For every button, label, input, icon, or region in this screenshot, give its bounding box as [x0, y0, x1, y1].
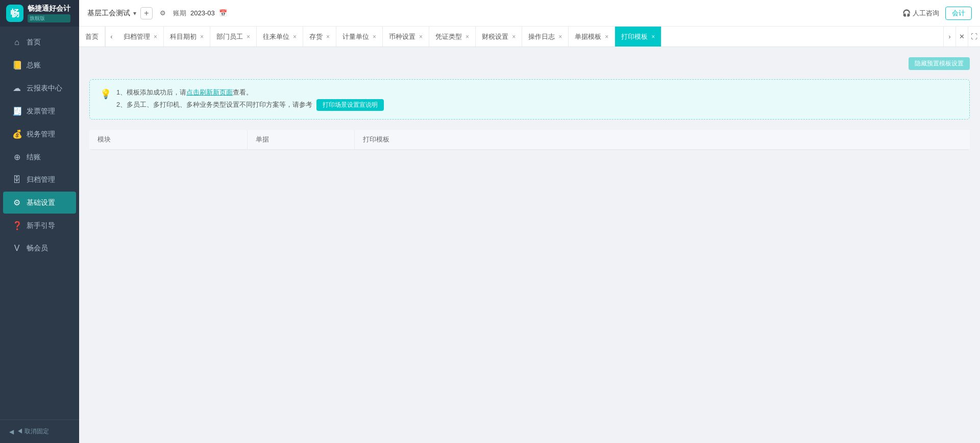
calendar-icon[interactable]: 📅: [219, 9, 227, 17]
member-icon: V: [12, 244, 21, 253]
th-module: 模块: [89, 130, 248, 149]
data-table: 模块 单据 打印模板: [89, 130, 970, 150]
tab-close-print-template[interactable]: ×: [651, 34, 655, 40]
tab-nav-next[interactable]: ›: [943, 27, 955, 47]
sidebar-item-member[interactable]: V畅会员: [3, 238, 76, 259]
sidebar-item-basic-settings[interactable]: ⚙基础设置: [3, 192, 76, 214]
tab-archive-mgmt[interactable]: 归档管理×: [117, 27, 164, 47]
customer-service-label: 人工咨询: [913, 9, 939, 18]
sidebar-item-home[interactable]: ⌂首页: [3, 32, 76, 53]
tab-voucher-type[interactable]: 凭证类型×: [429, 27, 476, 47]
tab-label-single-template: 单据模板: [575, 32, 601, 41]
add-company-btn[interactable]: +: [140, 7, 153, 19]
brand-sub: 旗舰版: [28, 14, 70, 22]
tab-close-voucher-type[interactable]: ×: [465, 34, 469, 40]
tab-close-departments[interactable]: ×: [247, 34, 250, 40]
period-label: 账期: [173, 9, 186, 18]
notice-box: 💡 1、模板添加成功后，请点击刷新新页面查看。 2、多员工、多打印机、多种业务类…: [89, 79, 970, 120]
member-label: 畅会员: [27, 244, 48, 253]
checkout-label: 结账: [27, 153, 41, 162]
invoice-label: 发票管理: [27, 107, 55, 116]
th-template: 打印模板: [355, 130, 970, 149]
sidebar: 畅 畅捷通好会计 旗舰版 ⌂首页📒总账☁云报表中心🧾发票管理💰税务管理⊕结账🗄归…: [0, 0, 79, 443]
sidebar-item-checkout[interactable]: ⊕结账: [3, 146, 76, 168]
basic-settings-label: 基础设置: [27, 198, 55, 207]
tab-close-counterparty[interactable]: ×: [293, 34, 297, 40]
top-header: 基层工会测试 ▾ + ⚙ 账期 2023-03 📅 🎧 人工咨询 会计: [79, 0, 980, 27]
ledger-icon: 📒: [12, 60, 21, 70]
customer-service-btn[interactable]: 🎧 人工咨询: [902, 9, 939, 18]
tax-icon: 💰: [12, 129, 21, 139]
logo-text: 畅捷通好会计 旗舰版: [28, 4, 70, 22]
tab-tax-settings[interactable]: 财税设置×: [476, 27, 522, 47]
tab-close-inventory[interactable]: ×: [326, 34, 330, 40]
tab-close-subjects[interactable]: ×: [200, 34, 204, 40]
tab-operation-log[interactable]: 操作日志×: [522, 27, 569, 47]
company-selector[interactable]: 基层工会测试 ▾: [87, 9, 136, 18]
invoice-icon: 🧾: [12, 106, 21, 116]
tab-close-unit[interactable]: ×: [373, 34, 376, 40]
header-right: 🎧 人工咨询 会计: [902, 7, 972, 20]
tab-label-unit: 计量单位: [342, 32, 369, 41]
sidebar-footer[interactable]: ◀ ◀ 取消固定: [0, 419, 79, 443]
tab-close-all-btn[interactable]: ✕: [955, 27, 968, 47]
tab-close-archive-mgmt[interactable]: ×: [154, 34, 157, 40]
tab-close-single-template[interactable]: ×: [605, 34, 608, 40]
sidebar-item-archive[interactable]: 🗄归档管理: [3, 169, 76, 191]
tab-nav-prev[interactable]: ‹: [105, 27, 117, 47]
tab-subjects[interactable]: 科目期初×: [164, 27, 210, 47]
guide-label: 新手引导: [27, 221, 55, 230]
cloud-report-icon: ☁: [12, 83, 21, 93]
notice-line-1: 1、模板添加成功后，请点击刷新新页面查看。: [116, 88, 384, 97]
notice-text-block: 1、模板添加成功后，请点击刷新新页面查看。 2、多员工、多打印机、多种业务类型设…: [116, 88, 384, 111]
tab-close-tax-settings[interactable]: ×: [512, 34, 516, 40]
hide-preview-btn[interactable]: 隐藏预置模板设置: [909, 57, 970, 70]
notice-line-2: 2、多员工、多打印机、多种业务类型设置不同打印方案等，请参考 打印场景设置宣说明: [116, 99, 384, 111]
sidebar-logo: 畅 畅捷通好会计 旗舰版: [0, 0, 79, 27]
home-label: 首页: [27, 38, 41, 47]
tab-currency[interactable]: 币种设置×: [383, 27, 429, 47]
header-left: 基层工会测试 ▾ + ⚙ 账期 2023-03 📅: [87, 7, 227, 19]
tab-expand-btn[interactable]: ⛶: [968, 27, 980, 47]
ledger-label: 总账: [27, 61, 41, 70]
company-name: 基层工会测试: [87, 9, 130, 18]
tab-close-operation-log[interactable]: ×: [558, 34, 562, 40]
sidebar-item-ledger[interactable]: 📒总账: [3, 54, 76, 76]
refresh-link[interactable]: 点击刷新新页面: [186, 88, 233, 96]
company-dropdown-icon: ▾: [133, 10, 136, 17]
settings-icon[interactable]: ⚙: [157, 7, 169, 19]
tab-label-print-template: 打印模板: [621, 32, 648, 41]
notice-content: 💡 1、模板添加成功后，请点击刷新新页面查看。 2、多员工、多打印机、多种业务类…: [100, 88, 959, 111]
tab-label-departments: 部门员工: [216, 32, 243, 41]
tab-label-subjects: 科目期初: [170, 32, 197, 41]
tab-counterparty[interactable]: 往来单位×: [257, 27, 303, 47]
tab-close-currency[interactable]: ×: [419, 34, 423, 40]
logo-icon: 畅: [6, 5, 23, 22]
main-content: 基层工会测试 ▾ + ⚙ 账期 2023-03 📅 🎧 人工咨询 会计 首页‹归…: [79, 0, 980, 443]
tab-label-inventory: 存货: [309, 32, 323, 41]
print-scene-btn[interactable]: 打印场景设置宣说明: [316, 99, 384, 111]
basic-settings-icon: ⚙: [12, 198, 21, 207]
period-value: 2023-03: [190, 9, 215, 17]
guide-icon: ❓: [12, 221, 21, 230]
cloud-report-label: 云报表中心: [27, 84, 62, 93]
tax-label: 税务管理: [27, 130, 55, 139]
archive-icon: 🗄: [12, 175, 21, 184]
sidebar-nav: ⌂首页📒总账☁云报表中心🧾发票管理💰税务管理⊕结账🗄归档管理⚙基础设置❓新手引导…: [0, 27, 79, 419]
tab-unit[interactable]: 计量单位×: [336, 27, 383, 47]
sidebar-item-cloud-report[interactable]: ☁云报表中心: [3, 77, 76, 99]
checkout-icon: ⊕: [12, 152, 21, 162]
tab-departments[interactable]: 部门员工×: [210, 27, 257, 47]
tab-single-template[interactable]: 单据模板×: [569, 27, 615, 47]
sidebar-item-tax[interactable]: 💰税务管理: [3, 123, 76, 145]
sidebar-item-guide[interactable]: ❓新手引导: [3, 215, 76, 237]
tab-label-counterparty: 往来单位: [263, 32, 289, 41]
tab-inventory[interactable]: 存货×: [303, 27, 336, 47]
tab-print-template[interactable]: 打印模板×: [615, 27, 662, 47]
tab-home[interactable]: 首页: [79, 27, 105, 47]
tab-label-archive-mgmt: 归档管理: [124, 32, 150, 41]
tab-label-currency: 币种设置: [389, 32, 415, 41]
sidebar-item-invoice[interactable]: 🧾发票管理: [3, 100, 76, 122]
notice-icon: 💡: [100, 88, 111, 100]
account-button[interactable]: 会计: [945, 7, 972, 20]
